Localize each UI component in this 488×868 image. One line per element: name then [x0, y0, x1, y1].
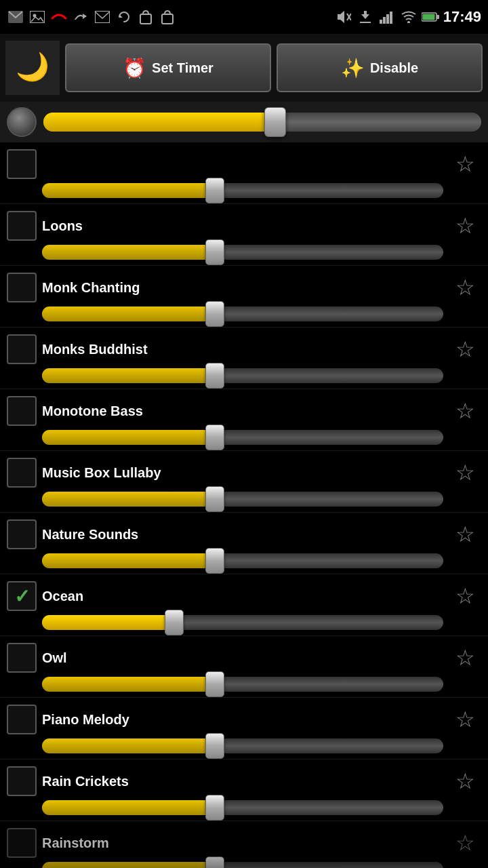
set-timer-button[interactable]: ⏰ Set Timer — [65, 43, 271, 92]
sound-item: Monk Chanting ☆ — [0, 266, 488, 328]
slider-thumb[interactable] — [205, 486, 224, 512]
disable-button[interactable]: ✨ Disable — [277, 43, 483, 92]
star-button[interactable]: ☆ — [449, 210, 481, 242]
sound-slider[interactable] — [42, 615, 443, 630]
sound-slider-container — [7, 183, 481, 198]
slider-thumb[interactable] — [205, 856, 224, 868]
star-button[interactable]: ☆ — [449, 765, 481, 797]
mute-icon — [335, 8, 352, 26]
star-button[interactable]: ☆ — [449, 580, 481, 612]
sound-checkbox[interactable] — [7, 273, 37, 302]
sound-slider[interactable] — [42, 492, 443, 507]
slider-thumb[interactable] — [205, 239, 224, 265]
svg-rect-13 — [360, 22, 371, 23]
wifi-icon — [400, 8, 418, 26]
sound-checkbox[interactable] — [7, 766, 37, 796]
sound-slider-container — [7, 553, 481, 568]
star-button[interactable]: ☆ — [449, 148, 481, 180]
sound-slider[interactable] — [42, 307, 443, 321]
slider-fill — [42, 245, 215, 260]
sound-checkbox[interactable] — [7, 828, 37, 858]
sound-slider[interactable] — [42, 800, 443, 815]
star-icon: ☆ — [455, 336, 475, 362]
star-icon: ☆ — [455, 151, 475, 177]
sound-name: Rainstorm — [42, 835, 449, 851]
star-button[interactable]: ☆ — [449, 703, 481, 736]
slider-thumb[interactable] — [205, 671, 224, 697]
star-button[interactable]: ☆ — [449, 395, 481, 427]
sound-slider[interactable] — [42, 738, 443, 753]
star-button[interactable]: ☆ — [449, 333, 481, 366]
slider-thumb[interactable] — [205, 425, 224, 450]
sound-checkbox[interactable] — [7, 396, 37, 426]
star-icon: ☆ — [455, 398, 475, 424]
sound-item: Monks Buddhist ☆ — [0, 328, 488, 389]
sound-name: Nature Sounds — [42, 527, 449, 542]
email-icon — [94, 8, 111, 26]
master-slider-thumb[interactable] — [264, 107, 286, 137]
slider-thumb[interactable] — [165, 610, 184, 635]
sound-checkbox[interactable]: ✓ — [7, 581, 37, 611]
slider-fill — [42, 615, 174, 630]
sound-checkbox[interactable] — [7, 458, 37, 488]
svg-point-18 — [407, 21, 410, 23]
sound-slider[interactable] — [42, 368, 443, 383]
sound-name: Ocean — [42, 589, 449, 604]
sound-name: Loons — [42, 218, 449, 234]
sound-slider[interactable] — [42, 862, 443, 868]
sound-slider-container — [7, 800, 481, 815]
svg-text:🌙: 🌙 — [16, 50, 49, 83]
sound-item-header-row: Rain Crickets ☆ — [7, 765, 481, 797]
star-icon: ☆ — [455, 213, 475, 239]
sound-slider-container — [7, 615, 481, 630]
sound-checkbox[interactable] — [7, 149, 37, 179]
sound-slider-container — [7, 368, 481, 383]
timer-icon: ⏰ — [123, 57, 146, 79]
svg-rect-20 — [436, 15, 439, 19]
sound-name: Piano Melody — [42, 712, 449, 728]
sound-item: Rain Crickets ☆ — [0, 760, 488, 821]
star-button[interactable]: ☆ — [449, 518, 481, 551]
sound-checkbox[interactable] — [7, 211, 37, 241]
slider-fill — [42, 183, 215, 198]
sound-checkbox[interactable] — [7, 334, 37, 364]
slider-thumb[interactable] — [205, 733, 224, 759]
star-button[interactable]: ☆ — [449, 456, 481, 489]
sound-item-header-row: Owl ☆ — [7, 642, 481, 674]
sound-checkbox[interactable] — [7, 643, 37, 673]
sound-slider-container — [7, 245, 481, 260]
sound-slider-container — [7, 430, 481, 445]
svg-rect-15 — [383, 17, 386, 24]
star-button[interactable]: ☆ — [449, 827, 481, 859]
slider-thumb[interactable] — [205, 301, 224, 327]
sound-slider[interactable] — [42, 553, 443, 568]
set-timer-label: Set Timer — [152, 60, 214, 76]
slider-thumb[interactable] — [205, 363, 224, 389]
slider-thumb[interactable] — [205, 178, 224, 203]
sound-slider[interactable] — [42, 245, 443, 260]
sound-item-header-row: Loons ☆ — [7, 210, 481, 242]
shopping-bag2-icon — [159, 8, 176, 26]
slider-fill — [42, 368, 215, 383]
svg-marker-5 — [119, 14, 123, 18]
shopping-bag-icon — [137, 8, 155, 26]
sound-item: ✓ Ocean ☆ — [0, 574, 488, 636]
slider-thumb[interactable] — [205, 795, 224, 821]
sound-slider[interactable] — [42, 677, 443, 692]
sound-slider[interactable] — [42, 430, 443, 445]
toolbar: 🌙 ⏰ Set Timer ✨ Disable — [0, 34, 488, 102]
master-volume-row — [0, 102, 488, 142]
gmail-icon — [7, 8, 24, 26]
slider-thumb[interactable] — [205, 548, 224, 574]
sound-slider-container — [7, 862, 481, 868]
svg-rect-6 — [140, 14, 151, 24]
star-button[interactable]: ☆ — [449, 271, 481, 304]
sound-checkbox[interactable] — [7, 519, 37, 549]
master-knob[interactable] — [7, 107, 37, 137]
svg-rect-12 — [364, 11, 367, 16]
sound-name: Monks Buddhist — [42, 342, 449, 357]
sound-checkbox[interactable] — [7, 705, 37, 734]
master-slider[interactable] — [43, 113, 481, 132]
sound-slider[interactable] — [42, 183, 443, 198]
star-button[interactable]: ☆ — [449, 642, 481, 674]
